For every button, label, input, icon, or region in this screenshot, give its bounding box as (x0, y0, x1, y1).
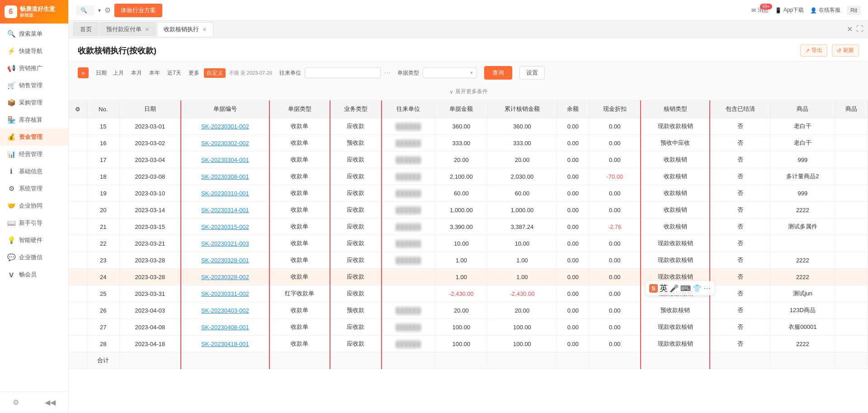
table-cell[interactable]: SK-20230314-001 (181, 202, 269, 218)
table-cell: 100.00 (488, 336, 557, 352)
table-cell[interactable]: SK-20230328-002 (181, 269, 269, 285)
sidebar-item-label: 搜索菜单 (19, 30, 42, 38)
tab-prepayment[interactable]: 预付款应付单 ✕ (99, 22, 156, 36)
sidebar-item-finance[interactable]: 💰 资金管理 (0, 128, 68, 146)
table-cell[interactable]: SK-20230321-003 (181, 235, 269, 252)
table-cell[interactable]: SK-20230315-002 (181, 218, 269, 235)
table-cell: 测试多属件 (770, 218, 835, 235)
col-biz-type: 业务类型 (330, 100, 382, 118)
total-cell (589, 352, 640, 369)
industry-solution-btn[interactable]: 体验行业方案 (114, 4, 162, 17)
col-verified: 累计核销金额 (488, 100, 557, 118)
sidebar-item-nav[interactable]: ⚡ 快捷导航 (0, 43, 68, 60)
table-cell: 24 (87, 269, 119, 285)
user-label: Rit (850, 7, 857, 14)
expand-more-btn[interactable]: ∨ 展开更多条件 (449, 88, 488, 95)
table-cell: 否 (710, 302, 770, 319)
this-month-btn[interactable]: 本月 (128, 68, 145, 78)
col-gear[interactable]: ⚙ (69, 100, 87, 118)
sidebar-item-wechat[interactable]: 💬 企业微信 (0, 249, 68, 266)
sidebar-item-collab[interactable]: 🤝 企业协同 (0, 197, 68, 214)
table-cell[interactable]: SK-20230301-002 (181, 118, 269, 135)
custom-date-btn[interactable]: 自定义 (204, 68, 226, 78)
sidebar-item-marketing[interactable]: 📢 营销推广 (0, 60, 68, 77)
table-cell: ██████ (382, 185, 435, 202)
tab-verification[interactable]: 收款核销执行 ✕ (157, 22, 213, 36)
unit-more-icon[interactable]: ··· (384, 69, 390, 77)
table-cell: 23 (87, 252, 119, 269)
message-badge: 99+ (760, 4, 772, 9)
sidebar-item-sales[interactable]: 🛒 销售管理 (0, 77, 68, 94)
settings-bottom-icon[interactable]: ⚙ (10, 395, 22, 409)
tab-close-all-icon[interactable]: ✕ (847, 25, 853, 33)
topbar-search[interactable]: 🔍 (76, 5, 94, 15)
sidebar-item-guide[interactable]: 📖 新手引导 (0, 214, 68, 232)
collapse-sidebar-icon[interactable]: ◀◀ (42, 395, 58, 409)
total-cell (330, 352, 382, 369)
table-cell: 0.00 (589, 118, 640, 135)
sidebar-item-label: 企业协同 (19, 202, 42, 210)
table-cell (835, 152, 868, 168)
table-cell: ██████ (382, 135, 435, 152)
col-doc-no: 单据编号 (181, 100, 269, 118)
table-cell[interactable]: SK-20230331-002 (181, 285, 269, 302)
tab-verification-close[interactable]: ✕ (203, 27, 207, 33)
table-cell[interactable]: SK-20230403-002 (181, 302, 269, 319)
table-cell[interactable]: SK-20230328-001 (181, 252, 269, 269)
table-cell: 否 (710, 168, 770, 185)
page-content: 收款核销执行(按收款) ↗ 导出 ↺ 刷新 » 日期 上月 (69, 38, 868, 413)
table-cell[interactable]: SK-20230408-001 (181, 319, 269, 336)
table-cell (69, 319, 87, 336)
sidebar-item-inventory[interactable]: 🏪 库存核算 (0, 111, 68, 128)
table-cell: 老白干 (770, 118, 835, 135)
sidebar-item-label: 基础信息 (19, 167, 42, 176)
table-cell[interactable]: SK-20230304-001 (181, 152, 269, 168)
tab-prepayment-close[interactable]: ✕ (145, 27, 149, 33)
app-download-btn[interactable]: 📱 App下载 (775, 6, 804, 14)
message-btn[interactable]: ✉ 消息 99+ (751, 6, 769, 14)
sidebar-item-basic[interactable]: ℹ 基础信息 (0, 163, 68, 180)
table-cell[interactable]: SK-20230302-002 (181, 135, 269, 152)
col-doc-type: 单据类型 (269, 100, 330, 118)
last-month-btn[interactable]: 上月 (110, 68, 127, 78)
user-profile-btn[interactable]: Rit (847, 6, 861, 15)
table-cell: 收款单 (269, 235, 330, 252)
table-cell: 收款单 (269, 135, 330, 152)
this-year-btn[interactable]: 本年 (146, 68, 163, 78)
table-cell: 2023-04-18 (119, 336, 180, 352)
table-cell: 应收款 (330, 118, 382, 135)
setting-btn[interactable]: 设置 (519, 66, 545, 80)
table-cell: 否 (710, 185, 770, 202)
topbar-dropdown[interactable]: ▾ (98, 7, 101, 14)
table-cell (69, 118, 87, 135)
sidebar-item-purchase[interactable]: 📦 采购管理 (0, 94, 68, 111)
last7-btn[interactable]: 近7天 (165, 68, 184, 78)
filter-expand-btn[interactable]: » (78, 67, 89, 78)
sidebar-item-operations[interactable]: 📊 经营管理 (0, 146, 68, 163)
topbar-gear-icon[interactable]: ⚙ (104, 6, 111, 14)
sidebar-item-member[interactable]: V 畅会员 (0, 266, 68, 283)
query-btn[interactable]: 查询 (484, 66, 512, 80)
table-cell[interactable]: SK-20230310-001 (181, 185, 269, 202)
doc-type-select[interactable] (423, 67, 477, 78)
table-cell[interactable]: SK-20230418-001 (181, 336, 269, 352)
sidebar-item-label: 新手引导 (19, 219, 42, 227)
unit-filter-input[interactable] (305, 67, 381, 78)
online-service-btn[interactable]: 👤 在线客服 (810, 6, 840, 14)
table-cell: 老白干 (770, 135, 835, 152)
table-cell: 0.00 (557, 336, 589, 352)
sidebar-item-system[interactable]: ⚙ 系统管理 (0, 180, 68, 197)
refresh-btn[interactable]: ↺ 刷新 (832, 44, 859, 57)
table-cell[interactable]: SK-20230308-001 (181, 168, 269, 185)
table-cell: 0.00 (589, 202, 640, 218)
tab-home-label: 首页 (80, 25, 92, 33)
table-cell: 16 (87, 135, 119, 152)
sidebar-item-hardware[interactable]: 💡 智能硬件 (0, 232, 68, 249)
export-btn[interactable]: ↗ 导出 (800, 44, 827, 57)
table-cell: ██████ (382, 302, 435, 319)
tab-expand-icon[interactable]: ⛶ (856, 25, 863, 33)
table-cell (835, 218, 868, 235)
more-date-btn[interactable]: 更多 (186, 68, 202, 78)
sidebar-item-search[interactable]: 🔍 搜索菜单 (0, 25, 68, 43)
tab-home[interactable]: 首页 (73, 22, 99, 36)
